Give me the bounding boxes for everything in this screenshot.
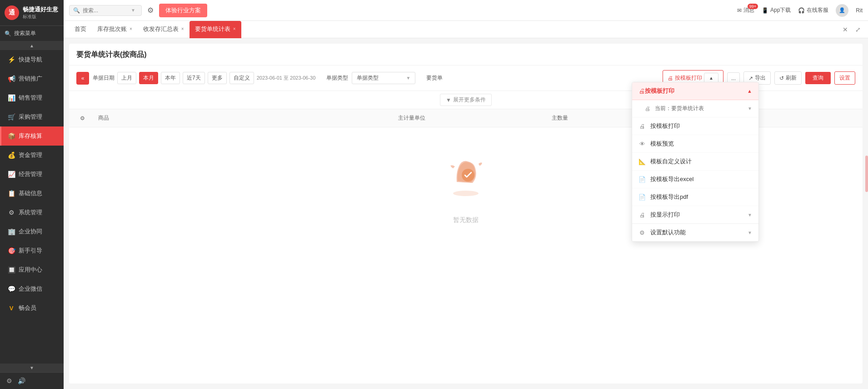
sidebar-item-operations[interactable]: 📈 经营管理 <box>0 165 64 184</box>
topbar-search-box[interactable]: 🔍 ▼ <box>69 5 142 16</box>
new-guide-icon: 🎯 <box>8 247 15 254</box>
page-title: 要货单统计表(按商品) <box>76 50 855 60</box>
topbar-gear-icon[interactable]: ⚙ <box>147 6 154 15</box>
date-7days-button[interactable]: 近7天 <box>183 72 205 84</box>
refresh-icon: ↺ <box>779 75 784 81</box>
sidebar-item-new-guide[interactable]: 🎯 新手引导 <box>0 241 64 260</box>
window-buttons: ✕ ⤢ <box>841 25 863 34</box>
app-download-button[interactable]: 📱 App下载 <box>762 6 791 14</box>
logo-icon: 通 <box>5 5 19 20</box>
order-type-value: 单据类型 <box>357 74 379 82</box>
sidebar-item-app-center[interactable]: 🔲 应用中心 <box>0 260 64 279</box>
sidebar-item-sales[interactable]: 📊 销售管理 <box>0 88 64 107</box>
download-icon: 📱 <box>762 7 768 14</box>
order-type-label: 单据类型 <box>326 74 348 82</box>
sidebar-item-label: 企业协同 <box>19 227 42 236</box>
dropdown-item-template-pdf[interactable]: 📄 按模板导出pdf <box>632 188 758 206</box>
sales-icon: 📊 <box>8 94 15 101</box>
tab-label: 库存批次账 <box>97 25 127 33</box>
tabs-bar: 首页 库存批次账 × 收发存汇总表 × 要货单统计表 × ✕ ⤢ <box>64 21 868 38</box>
order-type-filter: 单据类型 单据类型 ▼ <box>326 72 415 84</box>
right-scrollbar[interactable] <box>865 156 868 192</box>
current-template-icon: 🖨 <box>645 106 650 112</box>
set-default-icon: ⚙ <box>639 229 646 236</box>
scroll-up-button[interactable]: ▲ <box>0 41 64 50</box>
maximize-window-button[interactable]: ⤢ <box>853 25 863 34</box>
edition-label: 标准版 <box>23 14 58 20</box>
dropdown-current-template[interactable]: 🖨 当前：要货单统计表 ▼ <box>632 100 758 117</box>
template-pdf-label: 按模板导出pdf <box>650 193 752 201</box>
sidebar-item-enterprise-wechat[interactable]: 💬 企业微信 <box>0 279 64 298</box>
purchase-icon: 🛒 <box>8 113 15 121</box>
scroll-down-button[interactable]: ▼ <box>0 364 64 372</box>
display-print-icon: 🖨 <box>639 212 646 218</box>
sidebar: 通 畅捷通好生意 标准版 🔍 搜索菜单 ▲ ⚡ 快捷导航 📢 营销推广 📊 销售… <box>0 0 64 389</box>
settings-button[interactable]: 设置 <box>834 71 855 85</box>
expand-more-button[interactable]: ▼ 展开更多条件 <box>440 94 492 106</box>
expand-sidebar-button[interactable]: « <box>76 72 89 85</box>
template-preview-icon: 👁 <box>639 141 646 147</box>
date-more-button[interactable]: 更多 <box>208 72 227 84</box>
dropdown-item-template-excel[interactable]: 📄 按模板导出excel <box>632 171 758 188</box>
date-last-month-button[interactable]: 上月 <box>117 72 136 84</box>
sidebar-item-basic-info[interactable]: 📋 基础信息 <box>0 184 64 203</box>
close-window-button[interactable]: ✕ <box>841 25 850 34</box>
sidebar-item-label: 快捷导航 <box>19 56 42 64</box>
messages-badge: 99+ <box>748 4 758 9</box>
online-service-button[interactable]: 🎧 在线客服 <box>798 6 828 14</box>
tab-order-stats[interactable]: 要货单统计表 × <box>190 21 241 38</box>
query-button[interactable]: 查询 <box>805 72 831 84</box>
dropdown-item-display-print[interactable]: 🖨 按显示打印 ▼ <box>632 206 758 224</box>
date-this-year-button[interactable]: 本年 <box>161 72 180 84</box>
sidebar-item-marketing[interactable]: 📢 营销推广 <box>0 69 64 88</box>
current-template-label: 当前：要货单统计表 <box>655 105 704 112</box>
print-dropdown-menu: 🖨 按模板打印 ▲ 🖨 当前：要货单统计表 ▼ 🖨 按模板打印 👁 模板预览 📐… <box>632 82 759 242</box>
tab-close-icon[interactable]: × <box>233 26 236 31</box>
trial-button[interactable]: 体验行业方案 <box>159 4 207 17</box>
dropdown-collapse-icon[interactable]: ▲ <box>747 88 752 94</box>
sidebar-item-quick-nav[interactable]: ⚡ 快捷导航 <box>0 50 64 69</box>
template-excel-label: 按模板导出excel <box>650 175 752 183</box>
topbar-search-input[interactable] <box>83 7 128 14</box>
export-icon: ↗ <box>748 75 753 81</box>
sidebar-item-label: 营销推广 <box>19 75 42 83</box>
sidebar-nav: ⚡ 快捷导航 📢 营销推广 📊 销售管理 🛒 采购管理 📦 库存核算 💰 资金管… <box>0 50 64 364</box>
sidebar-item-inventory[interactable]: 📦 库存核算 <box>0 126 64 146</box>
sidebar-item-purchase[interactable]: 🛒 采购管理 <box>0 107 64 126</box>
sidebar-search[interactable]: 🔍 搜索菜单 <box>0 26 64 41</box>
dropdown-item-set-default[interactable]: ⚙ 设置默认功能 ▼ <box>632 224 758 242</box>
template-design-icon: 📐 <box>639 158 646 165</box>
dropdown-item-template-preview[interactable]: 👁 模板预览 <box>632 135 758 153</box>
messages-button[interactable]: ✉ 消息 99+ <box>737 6 754 14</box>
th-settings[interactable]: ⚙ <box>76 115 95 121</box>
tab-home[interactable]: 首页 <box>69 21 92 38</box>
enterprise-wechat-icon: 💬 <box>8 285 15 293</box>
logo-text: 畅捷通好生意 标准版 <box>23 6 58 20</box>
settings-icon[interactable]: ⚙ <box>6 377 12 384</box>
template-pdf-icon: 📄 <box>639 194 646 201</box>
member-icon: V <box>8 305 15 312</box>
dropdown-item-template-print[interactable]: 🖨 按模板打印 <box>632 117 758 135</box>
tab-close-icon[interactable]: × <box>130 26 132 31</box>
tab-close-icon[interactable]: × <box>181 26 184 31</box>
basic-info-icon: 📋 <box>8 190 15 197</box>
tab-receipt-summary[interactable]: 收发存汇总表 × <box>138 21 190 38</box>
order-type-select[interactable]: 单据类型 ▼ <box>352 72 415 84</box>
current-template-arrow: ▼ <box>748 106 752 111</box>
user-avatar[interactable]: 👤 <box>836 4 848 17</box>
date-filter-group: 单据日期 上月 本月 本年 近7天 更多 自定义 2023-06-01 至 20… <box>93 72 315 84</box>
speaker-icon[interactable]: 🔊 <box>18 377 25 384</box>
search-icon: 🔍 <box>5 30 11 37</box>
date-this-month-button[interactable]: 本月 <box>139 72 158 84</box>
tab-inventory-batch[interactable]: 库存批次账 × <box>92 21 138 38</box>
refresh-button[interactable]: ↺ 刷新 <box>774 71 802 85</box>
sidebar-item-enterprise[interactable]: 🏢 企业协同 <box>0 222 64 241</box>
dropdown-item-template-design[interactable]: 📐 模板自定义设计 <box>632 153 758 171</box>
inventory-icon: 📦 <box>8 132 15 140</box>
username-label[interactable]: Rit <box>856 7 863 14</box>
sidebar-item-system[interactable]: ⚙ 系统管理 <box>0 203 64 222</box>
date-custom-button[interactable]: 自定义 <box>229 72 254 84</box>
sidebar-item-finance[interactable]: 💰 资金管理 <box>0 146 64 165</box>
sidebar-item-member[interactable]: V 畅会员 <box>0 298 64 318</box>
tab-home-label: 首页 <box>75 25 86 33</box>
